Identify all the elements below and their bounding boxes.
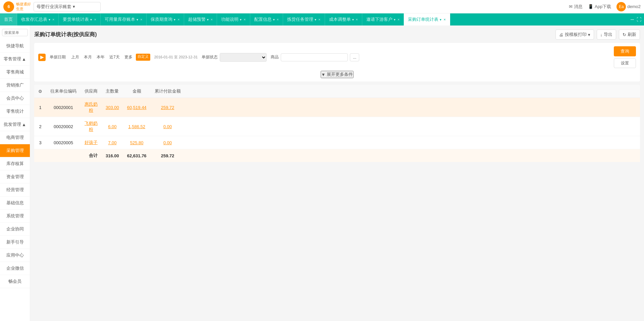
supplier-link[interactable]: 好孩子 [85, 140, 98, 145]
sidebar-item-member2[interactable]: 畅会员 [0, 275, 30, 288]
paid-link[interactable]: 259.72 [161, 105, 174, 110]
qty-link[interactable]: 6.00 [108, 124, 116, 129]
app-download-button[interactable]: 📱 App下载 [588, 4, 611, 10]
table-row: 1 00020001 惠氏奶粉 303.00 60,519.44 259.72 [34, 98, 640, 117]
paid-link[interactable]: 0.00 [163, 124, 172, 129]
close-icon[interactable]: × [211, 17, 213, 21]
tab-overstock[interactable]: 超储预警 ▾ × [184, 13, 217, 25]
td-rownum: 3 [34, 136, 46, 149]
sidebar-item-system[interactable]: 系统管理 [0, 210, 30, 223]
amount-link[interactable]: 525.80 [130, 140, 144, 145]
close-icon[interactable]: × [94, 17, 96, 21]
paid-link[interactable]: 0.00 [163, 140, 172, 145]
qty-link[interactable]: 303.00 [106, 105, 119, 110]
sidebar-item-basic-info[interactable]: 基础信息 [0, 197, 30, 210]
close-icon[interactable]: × [397, 17, 399, 21]
close-icon[interactable]: × [277, 17, 279, 21]
status-select[interactable] [220, 53, 267, 62]
message-button[interactable]: ✉ 消息 [569, 4, 583, 10]
tab-usable-stock[interactable]: 可用量库存账本 ▾ × [101, 13, 147, 25]
th-paid: 累计付款金额 [151, 85, 185, 98]
user-avatar[interactable]: Ea demo2 [616, 2, 641, 11]
sidebar-item-finance[interactable]: 资金管理 [0, 170, 30, 183]
table-head: ⚙ 往来单位编码 供应商 主数量 金额 累计付款金额 [34, 85, 640, 98]
sidebar-item-marketing[interactable]: 营销推广 [0, 79, 30, 92]
tfoot-paid: 259.72 [151, 149, 185, 162]
sidebar-item-retail-stat[interactable]: 零售统计 [0, 105, 30, 118]
tab-config-info[interactable]: 配置信息 ▾ × [250, 13, 283, 25]
shortcut-this-year[interactable]: 本年 [95, 54, 106, 61]
sidebar: 快捷导航 零售管理 ▲ 零售商城 营销推广 会员中心 零售统计 批发管理 ▲ 电… [0, 25, 30, 321]
filter-right-buttons: 查询 设置 [614, 46, 636, 68]
td-supplier: 好孩子 [80, 136, 102, 149]
amount-link[interactable]: 60,519.44 [127, 105, 147, 110]
sidebar-item-app-center[interactable]: 应用中心 [0, 249, 30, 262]
sidebar-item-enterprise-wechat[interactable]: 企业微信 [0, 262, 30, 275]
close-icon[interactable]: × [140, 17, 142, 21]
more-filter-button[interactable]: ... [350, 53, 359, 61]
maximize-icon[interactable]: ⛶ [637, 17, 641, 22]
qty-link[interactable]: 7.00 [108, 140, 116, 145]
tab-pick-task[interactable]: 拣货任务管理 ▾ × [283, 13, 325, 25]
sidebar-item-new-guide[interactable]: 新手引导 [0, 236, 30, 249]
chevron-icon: ▾ [394, 18, 395, 21]
sidebar-item-ecommerce[interactable]: 电商管理 [0, 131, 30, 144]
tfoot-amount: 62,631.76 [123, 149, 151, 162]
page-header: 采购订单统计表(按供应商) 🖨 按模板打印 ▾ ↓ 导出 ↻ 刷新 [34, 30, 640, 40]
sidebar-item-quick-nav[interactable]: 快捷导航 [0, 40, 30, 53]
tab-receive-send[interactable]: 收发存汇总表 ▾ × [17, 13, 59, 25]
close-icon[interactable]: × [443, 17, 445, 21]
shortcut-7days[interactable]: 近7天 [108, 54, 121, 61]
tab-warranty[interactable]: 保质期查询 ▾ × [147, 13, 184, 25]
top-right: ✉ 消息 📱 App下载 Ea demo2 [569, 2, 641, 11]
sidebar-item-operation[interactable]: 经营管理 [0, 183, 30, 197]
close-icon[interactable]: × [244, 17, 246, 21]
gear-icon[interactable]: ⚙ [38, 89, 42, 94]
tab-purchase-stat[interactable]: 采购订单统计表 ▾ × [404, 13, 450, 25]
close-icon[interactable]: × [356, 17, 358, 21]
close-icon[interactable]: × [52, 17, 54, 21]
refresh-button[interactable]: ↻ 刷新 [619, 30, 640, 40]
shortcut-this-month[interactable]: 本月 [83, 54, 93, 61]
tab-requisition-stat[interactable]: 要货单统计表 ▾ × [59, 13, 100, 25]
goods-input[interactable] [281, 53, 348, 61]
th-settings: ⚙ [34, 85, 46, 98]
filter-toggle-button[interactable]: ▶ [38, 54, 46, 61]
print-button[interactable]: 🖨 按模板打印 ▾ [555, 30, 594, 40]
chevron-icon: ▾ [440, 18, 441, 21]
sidebar-item-retail-mall[interactable]: 零售商城 [0, 66, 30, 79]
expand-button[interactable]: ▼ 展开更多条件 [321, 71, 354, 78]
chevron-icon: ▾ [315, 18, 316, 21]
tab-home[interactable]: 首页 [0, 13, 17, 25]
filter-main-row: ▶ 单据日期 上月 本月 本年 近7天 更多 自定义 2016-01-01 至 … [38, 46, 636, 68]
chevron-icon: ▾ [174, 18, 175, 21]
sidebar-item-retail[interactable]: 零售管理 ▲ [0, 53, 30, 66]
goods-label: 商品 [271, 54, 279, 60]
tab-invite-downstream[interactable]: 邀请下游客户 ▾ × [362, 13, 404, 25]
expand-icon: ▼ [321, 72, 326, 77]
sidebar-item-purchase[interactable]: 采购管理 [0, 144, 30, 157]
settings-button[interactable]: 设置 [614, 58, 636, 68]
th-unit-code: 往来单位编码 [46, 85, 80, 98]
supplier-link[interactable]: 惠氏奶粉 [85, 102, 98, 113]
table-body: 1 00020001 惠氏奶粉 303.00 60,519.44 259.72 [34, 98, 640, 149]
amount-link[interactable]: 1,586.52 [128, 124, 145, 129]
td-code: 00020005 [46, 136, 80, 149]
workspace-selector[interactable]: 母婴行业演示账套 ▾ [34, 2, 101, 11]
close-icon[interactable]: × [318, 17, 320, 21]
sidebar-item-inventory[interactable]: 库存核算 [0, 157, 30, 170]
supplier-link[interactable]: 飞鹤奶粉 [85, 121, 98, 132]
sidebar-item-member[interactable]: 会员中心 [0, 92, 30, 105]
custom-badge[interactable]: 自定义 [136, 54, 150, 61]
tab-function-desc[interactable]: 功能说明 ▾ × [217, 13, 250, 25]
sidebar-item-enterprise[interactable]: 企业协同 [0, 223, 30, 236]
search-input[interactable] [2, 29, 28, 36]
export-button[interactable]: ↓ 导出 [597, 30, 616, 40]
shortcut-more[interactable]: 更多 [123, 54, 134, 61]
shortcut-last-month[interactable]: 上月 [70, 54, 80, 61]
sidebar-item-wholesale[interactable]: 批发管理 ▲ [0, 118, 30, 131]
query-button[interactable]: 查询 [614, 46, 636, 56]
tab-cost-adjust[interactable]: 成本调整单 ▾ × [325, 13, 362, 25]
minimize-icon[interactable]: ─ [631, 17, 634, 22]
close-icon[interactable]: × [177, 17, 179, 21]
